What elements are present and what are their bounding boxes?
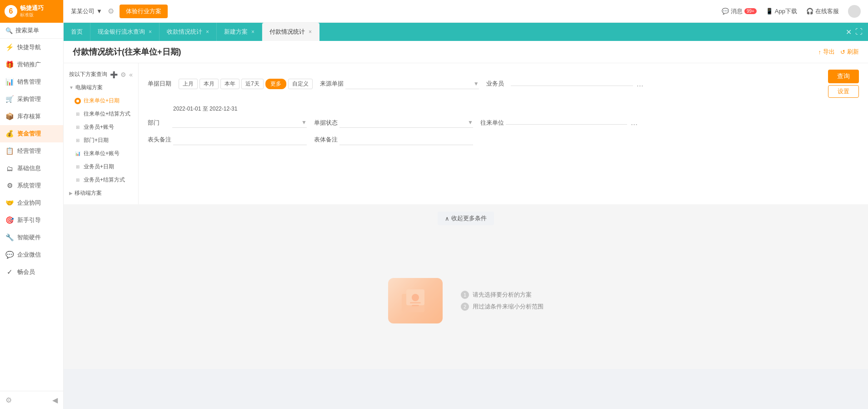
svg-rect-3	[410, 302, 421, 303]
scheme-settings-btn[interactable]: ⚙	[120, 71, 126, 78]
sidebar-item-label: 采购管理	[17, 95, 41, 103]
note-body-wrapper: 表体备注	[314, 134, 473, 145]
app-download-btn[interactable]: 📱 App下载	[766, 7, 797, 15]
service-label: 在线客服	[815, 7, 839, 15]
sidebar-item-label: 智能硬件	[17, 233, 41, 242]
sidebar-item-label: 企业微信	[17, 251, 41, 259]
sidebar-item-operation[interactable]: 📋 经营管理	[0, 142, 63, 160]
tip-text-2: 用过滤条件来缩小分析范围	[473, 303, 544, 311]
sidebar-item-system[interactable]: ⚙ 系统管理	[0, 177, 63, 194]
tab-receivable-close[interactable]: ×	[206, 29, 209, 35]
empty-state-inner: 1 请先选择要分析的方案 2 用过滤条件来缩小分析范围	[388, 278, 544, 323]
filter-row-2: 部门 ▼ 单据状态 ▼ 往来单位	[148, 117, 859, 128]
doc-status-select[interactable]: ▼	[339, 117, 473, 128]
date-btn-custom[interactable]: 自定义	[288, 79, 313, 89]
date-btn-last-month[interactable]: 上月	[179, 79, 198, 89]
topbar-right: 💬 消息 99+ 📱 App下载 🎧 在线客服	[722, 5, 861, 18]
settings-btn[interactable]: 设置	[828, 85, 859, 98]
sidebar-item-marketing[interactable]: 🎁 营销推广	[0, 56, 63, 73]
scheme-add-btn[interactable]: ➕	[110, 71, 118, 78]
scheme-item-1[interactable]: ⊞ 往来单位+结算方式	[64, 107, 138, 121]
tab-new-scheme[interactable]: 新建方案 ×	[217, 23, 262, 41]
counterpart-select[interactable]	[506, 121, 627, 125]
trial-btn[interactable]: 体验行业方案	[120, 5, 168, 18]
hardware-icon: 🔧	[5, 233, 14, 242]
search-menu[interactable]: 🔍 搜索菜单	[0, 23, 63, 39]
sidebar-item-quick-nav[interactable]: ⚡ 快捷导航	[0, 39, 63, 56]
sidebar-collapse-icon[interactable]: ◀	[52, 396, 58, 404]
counterpart-dots[interactable]: ...	[629, 118, 639, 127]
sidebar: 6 畅捷通巧 标准版 🔍 搜索菜单 ⚡ 快捷导航 🎁 营销推广 📊 销售管理 🛒…	[0, 0, 64, 409]
query-btn[interactable]: 查询	[828, 70, 859, 83]
refresh-label: 刷新	[847, 48, 859, 56]
date-btn-more[interactable]: 更多	[265, 79, 286, 89]
sidebar-item-hardware[interactable]: 🔧 智能硬件	[0, 229, 63, 246]
scheme-item-5[interactable]: ⊞ 业务员+日期	[64, 160, 138, 173]
scheme-item-4[interactable]: 📊 往来单位+账号	[64, 147, 138, 160]
scheme-group-desktop[interactable]: ▼ 电脑端方案	[64, 81, 138, 94]
tab-bank-flow-close[interactable]: ×	[149, 29, 152, 35]
sidebar-item-wechat[interactable]: 💬 企业微信	[0, 246, 63, 263]
tab-new-scheme-close[interactable]: ×	[251, 29, 254, 35]
date-btn-this-month[interactable]: 本月	[200, 79, 219, 89]
sidebar-item-vip[interactable]: ✓ 畅会员	[0, 263, 63, 281]
scheme-item-0[interactable]: 往来单位+日期	[64, 94, 138, 107]
scheme-group-mobile[interactable]: ▶ 移动端方案	[64, 187, 138, 200]
message-btn[interactable]: 💬 消息 99+	[722, 7, 757, 15]
tab-home[interactable]: 首页	[64, 23, 90, 41]
tab-payment-stat[interactable]: 付款情况统计 ×	[262, 23, 319, 41]
refresh-icon: ↺	[840, 49, 845, 56]
export-btn[interactable]: ↑ 导出	[818, 48, 835, 56]
enterprise-icon: 🤝	[5, 199, 14, 207]
sidebar-item-base[interactable]: 🗂 基础信息	[0, 160, 63, 177]
scheme-chart-icon-4: 📊	[75, 151, 81, 157]
sidebar-item-sales[interactable]: 📊 销售管理	[0, 73, 63, 91]
tip-num-1: 1	[461, 291, 469, 299]
source-select[interactable]: ▼	[345, 79, 479, 89]
user-avatar[interactable]	[848, 5, 861, 18]
date-btn-this-year[interactable]: 本年	[220, 79, 239, 89]
message-label: 消息	[731, 7, 743, 15]
salesman-dots[interactable]: ...	[635, 79, 645, 89]
sidebar-item-guide[interactable]: 🎯 新手引导	[0, 212, 63, 229]
inventory-icon: 📦	[5, 112, 14, 121]
scheme-tree: 按以下方案查询 ➕ ⚙ « ▼ 电脑端方案 往来单位+日期	[64, 63, 139, 204]
page-header-actions: ↑ 导出 ↺ 刷新	[818, 48, 859, 56]
sidebar-item-inventory[interactable]: 📦 库存核算	[0, 108, 63, 125]
scheme-collapse-btn[interactable]: «	[129, 71, 133, 78]
sidebar-item-funds[interactable]: 💰 资金管理	[0, 125, 63, 142]
tab-expand-icon[interactable]: ⛶	[855, 28, 863, 36]
service-icon: 🎧	[806, 8, 813, 15]
scheme-item-6[interactable]: ⊞ 业务员+结算方式	[64, 173, 138, 187]
dept-arrow-icon: ▼	[301, 119, 307, 126]
refresh-btn[interactable]: ↺ 刷新	[840, 48, 859, 56]
sales-icon: 📊	[5, 78, 14, 86]
collapse-icon: ∧	[445, 215, 449, 222]
tab-close-all-icon[interactable]: ✕	[846, 28, 852, 36]
dept-select[interactable]: ▼	[172, 117, 307, 128]
collapse-conditions-btn[interactable]: ∧ 收起更多条件	[438, 212, 494, 225]
sidebar-item-label: 畅会员	[17, 268, 35, 276]
note-header-input[interactable]	[173, 134, 307, 145]
sidebar-item-enterprise[interactable]: 🤝 企业协同	[0, 194, 63, 212]
sidebar-item-purchase[interactable]: 🛒 采购管理	[0, 91, 63, 108]
tab-bank-flow-label: 现金银行流水查询	[98, 28, 145, 36]
scheme-item-3[interactable]: ⊞ 部门+日期	[64, 134, 138, 147]
tab-payment-stat-close[interactable]: ×	[309, 29, 312, 35]
page-title: 付款情况统计(往来单位+日期)	[73, 46, 181, 57]
tab-bank-flow[interactable]: 现金银行流水查询 ×	[90, 23, 160, 41]
filter-row-1: 单据日期 上月 本月 本年 近7天 更多 自定义 来源单据 ▼	[148, 70, 859, 98]
note-body-input[interactable]	[339, 134, 473, 145]
company-selector[interactable]: 某某公司 ▼	[71, 7, 102, 15]
topbar-settings-icon[interactable]: ⚙	[108, 7, 114, 15]
tab-new-scheme-label: 新建方案	[224, 28, 248, 36]
sidebar-settings-icon[interactable]: ⚙	[5, 396, 12, 404]
date-btn-7days[interactable]: 近7天	[241, 79, 264, 89]
note-header-wrapper: 表头备注	[148, 134, 307, 145]
tab-receivable[interactable]: 收款情况统计 ×	[160, 23, 217, 41]
sidebar-item-label: 基础信息	[17, 164, 41, 172]
online-service-btn[interactable]: 🎧 在线客服	[806, 7, 839, 15]
salesman-select[interactable]	[511, 82, 633, 86]
scheme-item-2[interactable]: ⊞ 业务员+账号	[64, 121, 138, 134]
scheme-mobile-arrow: ▶	[69, 191, 73, 196]
